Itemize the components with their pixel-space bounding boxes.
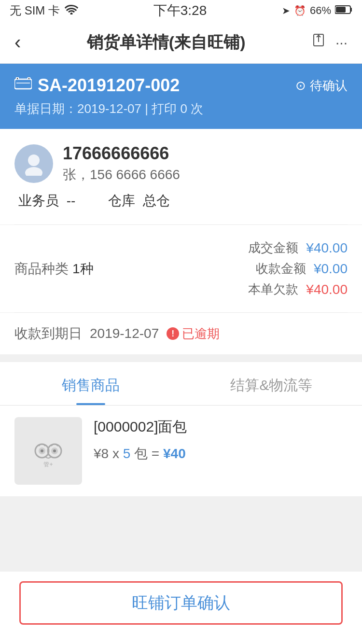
salesperson-field: 业务员 -- bbox=[14, 192, 75, 210]
alarm-icon: ⏰ bbox=[294, 5, 306, 16]
overdue-text: 已逾期 bbox=[182, 325, 220, 342]
status-time: 下午3:28 bbox=[153, 1, 207, 20]
confirm-button-label: 旺铺订单确认 bbox=[132, 592, 230, 614]
confirm-button-wrap: 旺铺订单确认 bbox=[0, 572, 362, 644]
tabs: 销售商品 结算&物流等 bbox=[0, 362, 362, 406]
owed-label: 本单欠款 bbox=[248, 281, 298, 298]
customer-name: 张，156 6666 6666 bbox=[63, 166, 180, 184]
warehouse-label: 仓库 bbox=[108, 193, 135, 208]
order-id-row: SA-20191207-002 bbox=[14, 75, 180, 96]
due-date: 2019-12-07 bbox=[90, 326, 159, 341]
due-label: 收款到期日 bbox=[14, 324, 82, 343]
more-icon[interactable]: ··· bbox=[335, 34, 348, 51]
status-text: 待确认 bbox=[310, 77, 348, 94]
nav-bar: ‹ 销货单详情(来自旺铺) ··· bbox=[0, 21, 362, 64]
location-icon: ➤ bbox=[282, 5, 290, 16]
customer-info: 17666666666 张，156 6666 6666 bbox=[63, 143, 180, 184]
product-type-value: 1种 bbox=[72, 260, 94, 278]
amount-row: 成交金额 ¥40.00 bbox=[248, 239, 348, 256]
product-item: 管+ [0000002]面包 ¥8 x 5 包 = ¥40 bbox=[0, 406, 362, 496]
product-unit-price: ¥8 bbox=[94, 446, 109, 461]
tab-sales-label: 销售商品 bbox=[62, 377, 120, 393]
payment-label: 收款金额 bbox=[256, 260, 306, 277]
tab-sales-products[interactable]: 销售商品 bbox=[0, 362, 181, 405]
salesperson-label: 业务员 bbox=[18, 193, 59, 208]
avatar bbox=[14, 144, 53, 183]
tab-settlement[interactable]: 结算&物流等 bbox=[181, 362, 362, 405]
product-type-label: 商品种类 bbox=[14, 260, 69, 278]
svg-point-8 bbox=[25, 167, 42, 176]
clock-icon: ⊙ bbox=[295, 78, 306, 93]
order-status: ⊙ 待确认 bbox=[295, 77, 348, 94]
confirm-order-button[interactable]: 旺铺订单确认 bbox=[19, 581, 343, 625]
tab-settlement-label: 结算&物流等 bbox=[230, 377, 312, 393]
order-id: SA-20191207-002 bbox=[38, 75, 180, 96]
amount-label: 成交金额 bbox=[248, 239, 298, 256]
due-date-section: 收款到期日 2019-12-07 ! 已逾期 bbox=[0, 313, 362, 354]
warehouse-value: 总仓 bbox=[143, 193, 170, 208]
section-divider bbox=[0, 354, 362, 362]
sim-label: 无 SIM 卡 bbox=[10, 3, 60, 18]
svg-point-14 bbox=[53, 449, 56, 452]
overdue-badge: ! 已逾期 bbox=[167, 325, 220, 342]
product-total: ¥40 bbox=[163, 446, 186, 461]
nav-title: 销货单详情(来自旺铺) bbox=[87, 31, 246, 54]
battery-label: 66% bbox=[310, 4, 331, 17]
summary-section: 商品种类 1种 成交金额 ¥40.00 收款金额 ¥0.00 本单欠款 ¥40.… bbox=[0, 225, 362, 312]
order-header: SA-20191207-002 ⊙ 待确认 单据日期：2019-12-07 | … bbox=[0, 64, 362, 129]
status-right: ➤ ⏰ 66% bbox=[282, 4, 352, 17]
svg-point-7 bbox=[28, 154, 40, 166]
share-icon[interactable] bbox=[311, 33, 326, 51]
product-name: [0000002]面包 bbox=[94, 417, 348, 437]
back-button[interactable]: ‹ bbox=[14, 31, 21, 53]
customer-section: 17666666666 张，156 6666 6666 业务员 -- 仓库 总仓 bbox=[0, 129, 362, 224]
status-left: 无 SIM 卡 bbox=[10, 3, 78, 18]
payment-row: 收款金额 ¥0.00 bbox=[256, 260, 348, 277]
product-qty: 5 bbox=[123, 446, 131, 461]
nav-actions: ··· bbox=[311, 33, 348, 51]
svg-rect-5 bbox=[14, 79, 32, 89]
product-unit: 包 bbox=[134, 446, 148, 461]
salesperson-value: -- bbox=[67, 193, 76, 208]
amount-value: ¥40.00 bbox=[306, 240, 348, 256]
owed-value: ¥40.00 bbox=[306, 282, 348, 297]
warehouse-field: 仓库 总仓 bbox=[104, 192, 170, 210]
product-price-row: ¥8 x 5 包 = ¥40 bbox=[94, 445, 348, 463]
svg-rect-2 bbox=[336, 7, 346, 13]
wifi-icon bbox=[65, 4, 78, 17]
svg-rect-1 bbox=[350, 8, 352, 12]
order-date: 单据日期：2019-12-07 | 打印 0 次 bbox=[14, 100, 348, 117]
product-info: [0000002]面包 ¥8 x 5 包 = ¥40 bbox=[94, 417, 348, 485]
owed-row: 本单欠款 ¥40.00 bbox=[248, 281, 348, 298]
order-icon bbox=[14, 77, 32, 94]
svg-text:管+: 管+ bbox=[43, 461, 53, 468]
svg-point-13 bbox=[41, 449, 43, 452]
product-image: 管+ bbox=[14, 417, 82, 485]
overdue-dot-icon: ! bbox=[167, 327, 179, 340]
customer-phone: 17666666666 bbox=[63, 143, 180, 164]
product-type-field: 商品种类 1种 bbox=[14, 260, 94, 278]
payment-value: ¥0.00 bbox=[314, 261, 348, 277]
battery-icon bbox=[335, 4, 352, 17]
status-bar: 无 SIM 卡 下午3:28 ➤ ⏰ 66% bbox=[0, 0, 362, 21]
